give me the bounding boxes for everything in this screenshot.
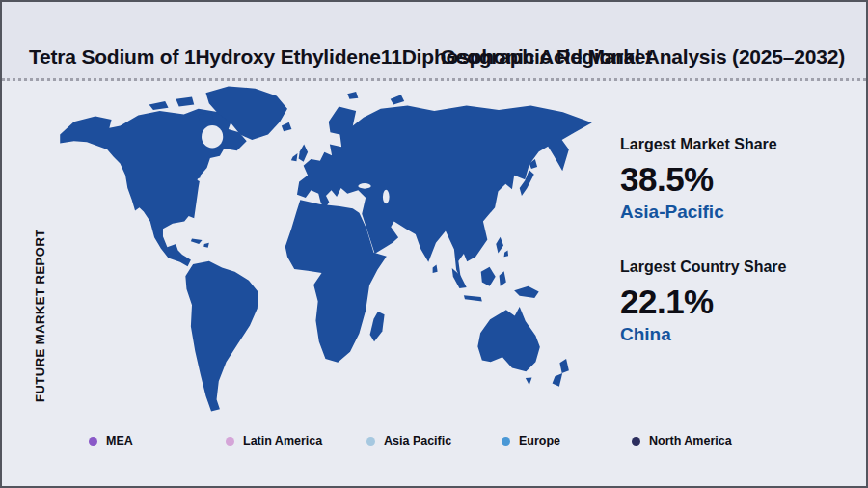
legend-item-mea[interactable]: MEA bbox=[89, 432, 133, 449]
legend-dot-europe bbox=[502, 437, 510, 446]
legend-label: North America bbox=[649, 434, 732, 447]
legend-label: MEA bbox=[106, 434, 133, 447]
legend-label: Asia Pacific bbox=[384, 434, 451, 447]
legend-label: Latin America bbox=[243, 434, 322, 447]
stat-largest-market-share: Largest Market Share 38.5% Asia-Pacific bbox=[620, 136, 852, 223]
legend-item-north-america[interactable]: North America bbox=[632, 432, 732, 449]
watermark-vertical-text: FUTURE MARKET REPORT bbox=[25, 231, 54, 400]
header-band bbox=[2, 2, 866, 81]
stat-value: 22.1% bbox=[620, 283, 852, 321]
stat-largest-country-share: Largest Country Share 22.1% China bbox=[620, 258, 852, 345]
legend-dot-mea bbox=[89, 437, 97, 446]
legend-item-asia-pacific[interactable]: Asia Pacific bbox=[366, 432, 451, 449]
legend-dot-north-america bbox=[632, 437, 640, 446]
stats-panel: Largest Market Share 38.5% Asia-Pacific … bbox=[620, 136, 852, 381]
stat-label: Largest Country Share bbox=[620, 258, 852, 276]
stat-value: 38.5% bbox=[620, 160, 852, 199]
map-landmasses bbox=[60, 86, 592, 411]
legend-item-europe[interactable]: Europe bbox=[502, 432, 560, 449]
stat-region: China bbox=[620, 324, 852, 345]
legend-dot-latin-america bbox=[226, 437, 234, 446]
infographic-frame: Tetra Sodium of 1Hydroxy Ethylidene11Dip… bbox=[0, 0, 868, 488]
legend-item-latin-america[interactable]: Latin America bbox=[226, 432, 322, 449]
world-map-svg bbox=[58, 83, 594, 416]
world-map bbox=[58, 83, 594, 416]
page-title-analysis: Geographic Regional Analysis (2025–2032) bbox=[440, 45, 845, 68]
region-legend: MEA Latin America Asia Pacific Europe No… bbox=[2, 432, 866, 453]
legend-dot-asia-pacific bbox=[366, 437, 375, 446]
stat-label: Largest Market Share bbox=[620, 136, 852, 153]
legend-label: Europe bbox=[519, 434, 560, 447]
stat-region: Asia-Pacific bbox=[620, 202, 852, 223]
